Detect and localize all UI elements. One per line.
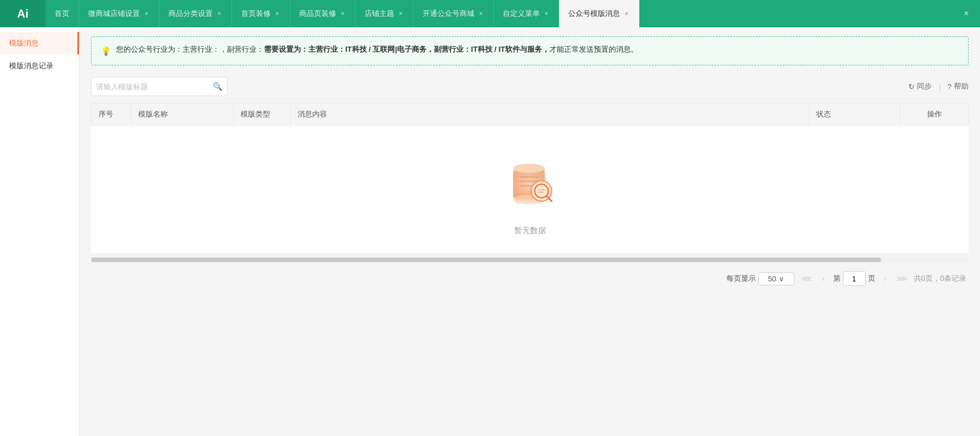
nav-tab-label: 首页装修 <box>241 9 271 19</box>
nav-tabs: 首页微商城店铺设置×商品分类设置×首页装修×商品页装修×店铺主题×开通公众号商城… <box>46 0 953 27</box>
sync-button[interactable]: ↻ 同步 <box>908 81 932 92</box>
toolbar-row: 🔍 ↻ 同步 | ? 帮助 <box>91 77 969 96</box>
content-area: 💡 您的公众号行业为：主营行业：，副营行业：需要设置为：主营行业：IT科技 / … <box>80 27 980 436</box>
nav-tab-close[interactable]: × <box>623 10 630 18</box>
logo-text: Ai <box>17 7 28 20</box>
help-button[interactable]: ? 帮助 <box>948 81 969 92</box>
table-head: 序号模版名称模版类型消息内容状态操作 <box>92 103 969 126</box>
page-size-select: 每页显示 50 ∨ <box>726 272 795 285</box>
nav-tab-micro-store[interactable]: 微商城店铺设置× <box>79 0 159 27</box>
notice-text-before: 您的公众号行业为：主营行业：，副营行业： <box>116 45 264 53</box>
table-col-action: 操作 <box>900 103 969 126</box>
sidebar: 模版消息模版消息记录 <box>0 27 80 436</box>
notice-icon: 💡 <box>101 44 111 58</box>
scrollbar-thumb <box>91 258 881 262</box>
nav-tab-label: 微商城店铺设置 <box>88 9 140 19</box>
top-nav: Ai 首页微商城店铺设置×商品分类设置×首页装修×商品页装修×店铺主题×开通公众… <box>0 0 980 27</box>
table-col-name: 模版名称 <box>131 103 234 126</box>
empty-illustration <box>496 148 564 217</box>
page-size-dropdown[interactable]: 50 ∨ <box>758 272 795 285</box>
nav-tab-home[interactable]: 首页 <box>46 0 79 27</box>
nav-tab-homepage-decor[interactable]: 首页装修× <box>232 0 290 27</box>
search-icon[interactable]: 🔍 <box>213 82 222 91</box>
sidebar-item-template-record[interactable]: 模版消息记录 <box>0 55 79 77</box>
horizontal-scrollbar[interactable] <box>91 258 969 262</box>
nav-tab-template-msg[interactable]: 公众号模版消息× <box>559 0 639 27</box>
table-col-type: 模版类型 <box>234 103 291 126</box>
app-logo: Ai <box>0 0 46 27</box>
table-col-content: 消息内容 <box>291 103 809 126</box>
page-nav: ⋘ ‹ 第 页 › ⋙ <box>799 271 909 286</box>
data-table: 序号模版名称模版类型消息内容状态操作 <box>91 103 969 253</box>
notice-text-after: 才能正常发送预置的消息。 <box>549 45 638 53</box>
table-col-seq: 序号 <box>92 103 131 126</box>
sync-icon: ↻ <box>908 82 915 91</box>
empty-text: 暂无数据 <box>514 226 546 236</box>
nav-tab-label: 公众号模版消息 <box>568 9 620 19</box>
nav-tab-close[interactable]: × <box>398 10 404 18</box>
prev-page-button[interactable]: ‹ <box>816 271 831 286</box>
page-prefix: 第 <box>833 273 841 284</box>
svg-point-2 <box>513 164 545 173</box>
nav-tab-open-mall[interactable]: 开通公众号商城× <box>413 0 494 27</box>
next-page-button[interactable]: › <box>878 271 892 286</box>
search-box: 🔍 <box>91 77 228 96</box>
nav-tab-label: 商品页装修 <box>299 9 336 19</box>
page-number-input[interactable] <box>843 271 866 286</box>
page-total: 共0页，0条记录 <box>914 273 966 284</box>
chevron-down-icon: ∨ <box>779 275 784 283</box>
table-header-row: 序号模版名称模版类型消息内容状态操作 <box>92 103 969 126</box>
nav-tab-close[interactable]: × <box>216 10 222 18</box>
page-unit: 页 <box>868 273 875 284</box>
pagination-row: 每页显示 50 ∨ ⋘ ‹ 第 页 › ⋙ 共0页，0条记录 <box>91 267 969 290</box>
nav-tab-label: 开通公众号商城 <box>423 9 474 19</box>
nav-tab-label: 首页 <box>55 9 69 19</box>
nav-tab-close[interactable]: × <box>478 10 484 18</box>
sync-label: 同步 <box>917 81 932 92</box>
nav-tab-close[interactable]: × <box>543 10 549 18</box>
notice-highlight: 需要设置为：主营行业：IT科技 / 互联网|电子商务，副营行业：IT科技 / I… <box>264 45 549 53</box>
empty-state-row: 暂无数据 <box>92 126 969 254</box>
toolbar-right: ↻ 同步 | ? 帮助 <box>908 81 969 92</box>
last-page-button[interactable]: ⋙ <box>895 271 909 286</box>
nav-tab-label: 店铺主题 <box>365 9 394 19</box>
nav-tab-label: 商品分类设置 <box>168 9 213 19</box>
table-col-status: 状态 <box>809 103 900 126</box>
nav-tab-product-category[interactable]: 商品分类设置× <box>159 0 232 27</box>
first-page-button[interactable]: ⋘ <box>799 271 814 286</box>
nav-tab-close[interactable]: × <box>143 10 150 18</box>
nav-tab-label: 自定义菜单 <box>503 9 540 19</box>
notice-bar: 💡 您的公众号行业为：主营行业：，副营行业：需要设置为：主营行业：IT科技 / … <box>91 36 969 65</box>
empty-state: 暂无数据 <box>92 126 969 253</box>
nav-tab-custom-menu[interactable]: 自定义菜单× <box>494 0 559 27</box>
page-size-label: 每页显示 <box>726 273 756 284</box>
help-icon: ? <box>948 82 952 91</box>
toolbar-divider: | <box>938 82 940 91</box>
global-close-button[interactable]: × <box>953 0 980 27</box>
help-label: 帮助 <box>954 81 969 92</box>
nav-tab-store-theme[interactable]: 店铺主题× <box>355 0 413 27</box>
main-layout: 模版消息模版消息记录 💡 您的公众号行业为：主营行业：，副营行业：需要设置为：主… <box>0 27 980 436</box>
nav-tab-product-page[interactable]: 商品页装修× <box>290 0 355 27</box>
table-body: 暂无数据 <box>92 126 969 254</box>
search-input[interactable] <box>96 82 213 91</box>
nav-tab-close[interactable]: × <box>340 10 346 18</box>
sidebar-item-template-msg[interactable]: 模版消息 <box>0 32 79 55</box>
page-size-value: 50 <box>768 275 776 283</box>
nav-tab-close[interactable]: × <box>274 10 280 18</box>
notice-text: 您的公众号行业为：主营行业：，副营行业：需要设置为：主营行业：IT科技 / 互联… <box>116 44 959 56</box>
